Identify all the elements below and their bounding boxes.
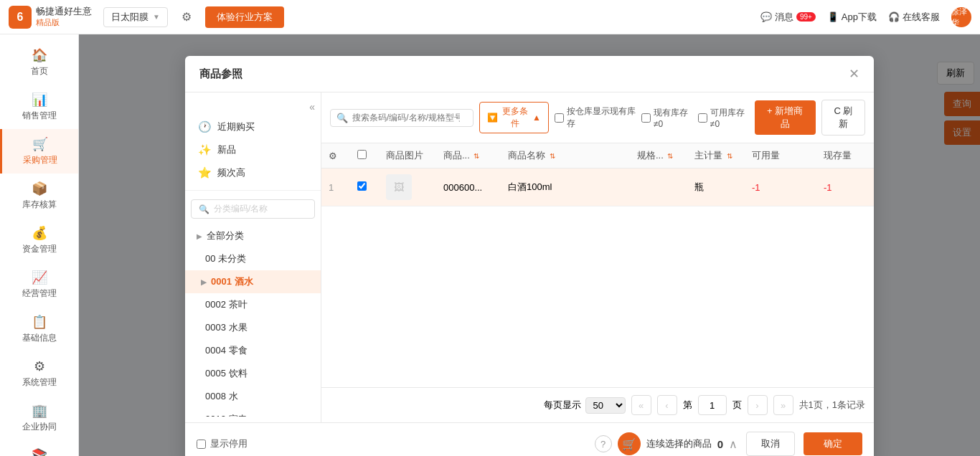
- col-name[interactable]: 商品名称 ⇅: [501, 143, 630, 168]
- sidebar-item-operations[interactable]: 📈 经营管理: [0, 262, 78, 307]
- guide-icon: 📚: [32, 447, 47, 456]
- experience-button[interactable]: 体验行业方案: [205, 6, 284, 28]
- sidebar-item-system[interactable]: ⚙ 系统管理: [0, 351, 78, 396]
- add-product-button[interactable]: + 新增商品: [755, 100, 816, 135]
- page-number-input[interactable]: [698, 395, 727, 415]
- sidebar-item-guide[interactable]: 📚 新手引导: [0, 440, 78, 456]
- checkbox-available-stock[interactable]: 可用库存≠0: [698, 107, 749, 129]
- cart-button[interactable]: 🛒: [618, 432, 641, 455]
- inventory-icon: 📦: [32, 181, 47, 196]
- logo-area: 6 畅捷通好生意 精品版: [9, 6, 92, 29]
- col-checkbox: [350, 143, 379, 168]
- search-icon: 🔍: [336, 113, 348, 123]
- col-unit[interactable]: 主计量 ⇅: [687, 143, 745, 168]
- show-disabled-checkbox[interactable]: 显示停用: [197, 437, 248, 450]
- select-all-checkbox[interactable]: [357, 150, 367, 159]
- sidebar-item-basic-info[interactable]: 📋 基础信息: [0, 307, 78, 351]
- cart-text: 连续选择的商品: [646, 437, 712, 450]
- next-page-button[interactable]: ›: [748, 395, 768, 415]
- sidebar-item-sales[interactable]: 📊 销售管理: [0, 85, 78, 129]
- modal-body: « 🕐 近期购买 ✨ 新品 ⭐: [185, 92, 874, 422]
- quick-items: 🕐 近期购买 ✨ 新品 ⭐ 频次高: [185, 115, 321, 184]
- col-spec[interactable]: 规格... ⇅: [630, 143, 687, 168]
- product-table: ⚙ 商品图片 商品... ⇅ 商品名称: [321, 143, 874, 206]
- product-thumbnail: 🖼: [386, 174, 412, 200]
- gear-icon[interactable]: ⚙: [175, 6, 198, 29]
- product-search-box[interactable]: 🔍: [330, 109, 473, 127]
- cat-item-fruit[interactable]: 0003 水果: [185, 316, 321, 339]
- nonzero-stock-checkbox[interactable]: [641, 113, 651, 123]
- category-search-box[interactable]: 🔍 分类编码/名称: [191, 199, 315, 219]
- expand-icon-alcohol: ▶: [201, 278, 207, 286]
- available-stock-checkbox[interactable]: [698, 113, 707, 123]
- table-row[interactable]: 1 🖼 000600... 白酒100ml: [321, 168, 874, 206]
- category-tree: ▶ 全部分类 00 未分类 ▶ 0001 酒水 0002 茶: [185, 222, 321, 417]
- checkbox-warehouse-stock[interactable]: 按仓库显示现有库存: [555, 105, 636, 130]
- cat-item-alcohol[interactable]: ▶ 0001 酒水: [185, 270, 321, 293]
- top-nav: 6 畅捷通好生意 精品版 日太阳膜 ▼ ⚙ 体验行业方案 💬 消息 99+ 📱 …: [0, 0, 980, 34]
- quick-item-frequent[interactable]: ⭐ 频次高: [191, 161, 315, 184]
- nav-selector[interactable]: 日太阳膜 ▼: [103, 7, 168, 27]
- more-filter-button[interactable]: 🔽 更多条件 ▲: [479, 102, 549, 133]
- col-code[interactable]: 商品... ⇅: [436, 143, 501, 168]
- left-panel: « 🕐 近期购买 ✨ 新品 ⭐: [185, 92, 321, 422]
- message-icon: 💬: [760, 11, 772, 22]
- cat-item-all[interactable]: ▶ 全部分类: [185, 224, 321, 247]
- quick-item-recent[interactable]: 🕐 近期购买: [191, 115, 315, 138]
- disabled-checkbox[interactable]: [197, 440, 206, 449]
- row-stock: -1: [816, 168, 874, 206]
- cart-collapse-icon[interactable]: ∧: [729, 437, 738, 451]
- freq-icon: ⭐: [198, 166, 212, 179]
- online-service-item[interactable]: 🎧 在线客服: [888, 11, 940, 24]
- right-panel: 🔍 🔽 更多条件 ▲ 按仓库显示现有库存: [321, 92, 874, 422]
- collapse-icon: ▲: [532, 113, 541, 123]
- expand-icon: ▶: [197, 232, 202, 240]
- refresh-button[interactable]: C 刷新: [821, 100, 865, 136]
- message-item[interactable]: 💬 消息 99+: [760, 11, 816, 24]
- checkbox-nonzero-stock[interactable]: 现有库存≠0: [641, 107, 692, 129]
- per-page-select[interactable]: 50 10 20 100: [585, 397, 626, 414]
- sidebar-item-finance[interactable]: 💰 资金管理: [0, 218, 78, 262]
- last-page-button[interactable]: »: [773, 395, 793, 415]
- pagination-bar: 每页显示 50 10 20 100 « ‹ 第: [321, 387, 874, 422]
- sidebar-item-purchase[interactable]: 🛒 采购管理: [0, 129, 78, 174]
- shopping-cart-icon: 🛒: [622, 437, 636, 451]
- row-gear[interactable]: 1: [321, 168, 350, 206]
- cart-count: 0: [717, 438, 723, 450]
- cat-item-tea[interactable]: 0002 茶叶: [185, 293, 321, 316]
- prev-page-button[interactable]: ‹: [657, 395, 677, 415]
- product-search-input[interactable]: [352, 113, 460, 123]
- cat-item-drinks[interactable]: 0005 饮料: [185, 362, 321, 385]
- quick-item-new[interactable]: ✨ 新品: [191, 138, 315, 161]
- cat-item-snacks[interactable]: 0004 零食: [185, 339, 321, 362]
- cat-item-uncategorized[interactable]: 00 未分类: [185, 247, 321, 270]
- sidebar-item-home[interactable]: 🏠 首页: [0, 40, 78, 85]
- sort-icon: ⇅: [473, 152, 479, 160]
- cancel-button[interactable]: 取消: [746, 432, 795, 456]
- collapse-button[interactable]: «: [309, 101, 315, 113]
- sidebar-item-inventory[interactable]: 📦 库存核算: [0, 174, 78, 218]
- row-image: 🖼: [379, 168, 436, 206]
- warehouse-stock-checkbox[interactable]: [555, 113, 564, 123]
- sidebar-item-enterprise[interactable]: 🏢 企业协同: [0, 396, 78, 440]
- modal-footer: 显示停用 ? 🛒 连续选择的商品 0 ∧ 取消 确定: [185, 422, 874, 456]
- row-unit: 瓶: [687, 168, 745, 206]
- sidebar: 🏠 首页 📊 销售管理 🛒 采购管理 📦 库存核算 💰 资金管理 📈 经营管理 …: [0, 34, 79, 456]
- modal-close-button[interactable]: ✕: [849, 66, 859, 82]
- star-icon: ✨: [198, 143, 212, 156]
- user-item[interactable]: 徐泽华: [951, 7, 971, 27]
- help-icon[interactable]: ?: [595, 435, 612, 452]
- search-icon: 🔍: [199, 204, 209, 214]
- row-checkbox[interactable]: [350, 168, 379, 206]
- confirm-button[interactable]: 确定: [804, 432, 862, 455]
- row-available: -1: [745, 168, 816, 206]
- divider: [185, 190, 321, 191]
- first-page-button[interactable]: «: [631, 395, 651, 415]
- col-available: 可用量: [745, 143, 816, 168]
- product-table-area: ⚙ 商品图片 商品... ⇅ 商品名称: [321, 143, 874, 387]
- app-download-item[interactable]: 📱 App下载: [827, 11, 877, 24]
- cat-item-water[interactable]: 0008 水: [185, 385, 321, 408]
- modal-title: 商品参照: [199, 67, 242, 81]
- row-code: 000600...: [436, 168, 501, 206]
- cat-item-appliances[interactable]: 0010 家电: [185, 408, 321, 417]
